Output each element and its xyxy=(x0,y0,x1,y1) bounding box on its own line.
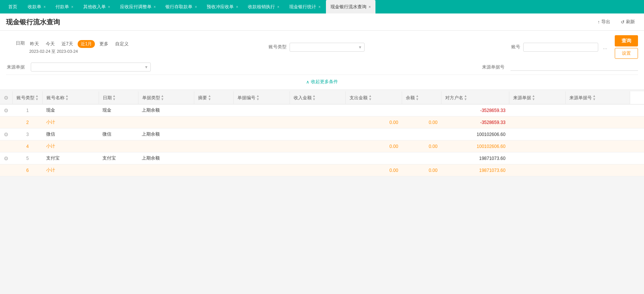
th-income[interactable]: 收入金额▲▼ xyxy=(290,91,346,104)
sort-icon-income: ▲▼ xyxy=(312,94,316,101)
cell-date: 上期余额 xyxy=(138,104,194,116)
gear-settings-icon[interactable]: ⚙ xyxy=(4,95,9,101)
date-opt-自定义[interactable]: 自定义 xyxy=(113,40,131,48)
date-opt-今天[interactable]: 今天 xyxy=(44,40,57,48)
cell-index: 1 xyxy=(13,104,43,116)
date-opt-昨天[interactable]: 昨天 xyxy=(28,40,41,48)
cell-income: 0.00 xyxy=(346,164,402,176)
cell-summary xyxy=(233,116,290,128)
cell-index: 5 xyxy=(13,152,43,164)
cell-source_doc_no xyxy=(630,116,644,128)
nav-home[interactable]: 首页 xyxy=(3,4,23,10)
th-date[interactable]: 日期▲▼ xyxy=(99,91,138,104)
th-balance[interactable]: 余额▲▼ xyxy=(402,91,441,104)
th-label-source_doc_no: 来源单据号 xyxy=(569,95,592,101)
nav-tab-close-3[interactable]: × xyxy=(154,5,156,9)
cell-gear xyxy=(0,164,13,176)
th-label-date: 日期 xyxy=(103,95,112,101)
cell-income: 0.00 xyxy=(346,140,402,152)
account-input[interactable] xyxy=(523,43,598,52)
cell-doc_type xyxy=(194,104,234,116)
nav-tab-close-5[interactable]: × xyxy=(236,5,238,9)
nav-tab-2[interactable]: 其他收入单× xyxy=(79,0,115,13)
nav-tab-5[interactable]: 预收冲应收单× xyxy=(202,0,243,13)
date-opt-近7天[interactable]: 近7天 xyxy=(59,40,75,48)
th-source_doc_no[interactable]: 来源单据号▲▼ xyxy=(565,91,630,104)
th-account_name[interactable]: 账号名称▲▼ xyxy=(42,91,99,104)
row-gear-icon[interactable]: ⚙ xyxy=(4,131,9,137)
account-more-button[interactable]: ... xyxy=(601,44,609,50)
nav-tab-7[interactable]: 现金银行统计× xyxy=(285,0,325,13)
row-gear-icon[interactable]: ⚙ xyxy=(4,107,9,113)
cell-expense: 0.00 xyxy=(402,116,441,128)
nav-tab-1[interactable]: 付款单× xyxy=(51,0,78,13)
export-button[interactable]: ↑ 导出 xyxy=(594,17,613,27)
account-type-select[interactable]: ▾ xyxy=(290,43,365,52)
cell-index: 6 xyxy=(13,164,43,176)
cell-balance: 19871073.60 xyxy=(441,164,509,176)
nav-tab-3[interactable]: 应收应付调整单× xyxy=(116,0,161,13)
row-gear-icon[interactable]: ⚙ xyxy=(4,155,9,161)
nav-tab-0[interactable]: 收款单× xyxy=(23,0,50,13)
cell-doc_no xyxy=(290,140,346,152)
table-row: ⚙1现金现金上期余额-3528659.33 xyxy=(0,104,644,116)
date-options: 昨天今天近7天近1月更多自定义 xyxy=(28,40,131,48)
source-doc-label: 来源单据 xyxy=(6,64,25,70)
nav-tab-4[interactable]: 银行存取款单× xyxy=(161,0,201,13)
date-opt-更多[interactable]: 更多 xyxy=(97,40,111,48)
th-doc_type[interactable]: 单据类型▲▼ xyxy=(138,91,194,104)
th-label-source_doc: 来源单据 xyxy=(513,95,531,101)
th-counterpart[interactable]: 对方户名▲▼ xyxy=(441,91,509,104)
cell-summary xyxy=(233,128,290,140)
nav-tab-close-6[interactable]: × xyxy=(277,5,279,9)
cell-expense: 0.00 xyxy=(402,164,441,176)
nav-tab-close-8[interactable]: × xyxy=(369,5,371,9)
nav-tab-label: 应收应付调整单 xyxy=(120,4,152,10)
th-source_doc[interactable]: 来源单据▲▼ xyxy=(509,91,566,104)
th-label-account_name: 账号名称 xyxy=(47,95,65,101)
cell-source_doc_no xyxy=(630,140,644,152)
date-opt-近1月[interactable]: 近1月 xyxy=(78,40,95,48)
cell-doc_type xyxy=(194,116,234,128)
cell-source_doc xyxy=(565,116,630,128)
nav-tab-close-2[interactable]: × xyxy=(108,5,110,9)
th-doc_no[interactable]: 单据编号▲▼ xyxy=(233,91,290,104)
nav-tab-8[interactable]: 现金银行流水查询× xyxy=(326,0,375,13)
cell-index: 4 xyxy=(13,140,43,152)
refresh-button[interactable]: ↺ 刷新 xyxy=(618,17,638,27)
cell-account_name: 现金 xyxy=(99,104,138,116)
sort-icon-counterpart: ▲▼ xyxy=(464,94,467,101)
source-doc-no-input[interactable] xyxy=(510,64,638,71)
account-label: 账号 xyxy=(501,44,520,50)
settings-button[interactable]: 设置 xyxy=(615,48,638,59)
cell-date xyxy=(138,116,194,128)
cell-gear: ⚙ xyxy=(0,128,13,140)
export-label: 导出 xyxy=(601,19,610,25)
cell-balance: -3528659.33 xyxy=(441,104,509,116)
table-header: ⚙账号类型▲▼账号名称▲▼日期▲▼单据类型▲▼摘要▲▼单据编号▲▼收入金额▲▼支… xyxy=(0,91,644,104)
cell-source_doc_no xyxy=(630,104,644,116)
nav-tab-close-0[interactable]: × xyxy=(44,5,46,9)
collapse-bar[interactable]: ∧ 收起更多条件 xyxy=(6,77,638,85)
th-expense[interactable]: 支出金额▲▼ xyxy=(346,91,402,104)
nav-tab-close-1[interactable]: × xyxy=(71,5,74,9)
nav-tab-6[interactable]: 收款核销执行× xyxy=(243,0,284,13)
nav-tab-close-4[interactable]: × xyxy=(195,5,197,9)
sort-icon-balance: ▲▼ xyxy=(416,94,419,101)
th-summary[interactable]: 摘要▲▼ xyxy=(194,91,234,104)
source-doc-select[interactable]: ▾ xyxy=(31,63,151,72)
date-range-text: 2023-02-24 至 2023-03-24 xyxy=(29,49,131,54)
cell-summary xyxy=(233,164,290,176)
cell-expense xyxy=(402,128,441,140)
table-row: ⚙3微信微信上期余额100102606.60 xyxy=(0,128,644,140)
cell-date xyxy=(138,164,194,176)
header-actions: ↑ 导出 ↺ 刷新 xyxy=(594,17,638,27)
cell-source_doc xyxy=(565,140,630,152)
cell-summary xyxy=(233,140,290,152)
query-button[interactable]: 查询 xyxy=(615,35,638,46)
nav-tab-close-7[interactable]: × xyxy=(318,5,321,9)
date-label: 日期 xyxy=(6,40,25,46)
th-account_type[interactable]: 账号类型▲▼ xyxy=(13,91,43,104)
nav-tab-label: 其他收入单 xyxy=(83,4,106,10)
nav-tab-label: 现金银行统计 xyxy=(289,4,316,10)
